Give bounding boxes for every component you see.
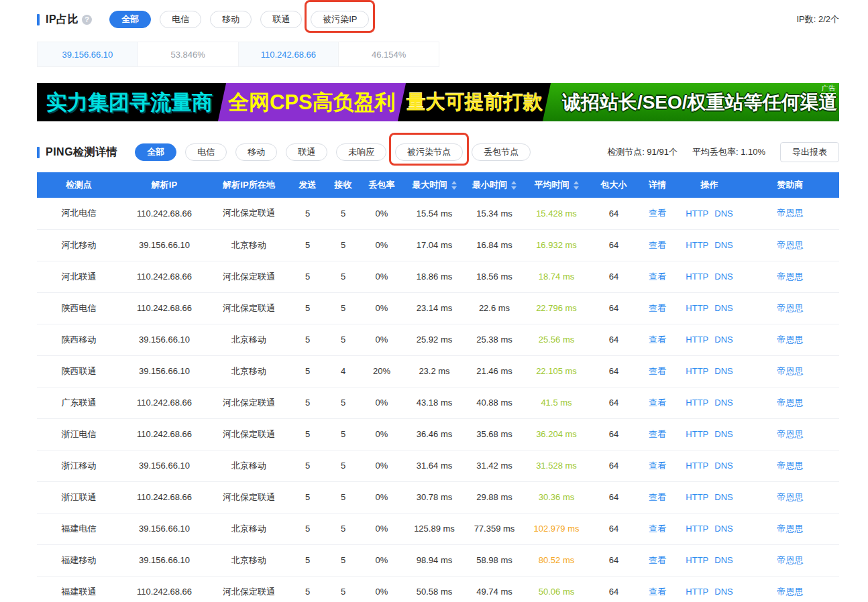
sent-cell: 5: [290, 513, 325, 544]
ip-tab-4[interactable]: 被污染IP: [311, 11, 369, 28]
http-link[interactable]: HTTP: [686, 587, 708, 597]
sponsor-link[interactable]: 帝恩思: [777, 587, 804, 597]
view-link[interactable]: 查看: [649, 303, 666, 313]
http-link[interactable]: HTTP: [686, 208, 708, 219]
ops-cell: HTTPDNS: [677, 576, 741, 602]
sort-icon[interactable]: [511, 181, 517, 190]
packet-size-cell: 64: [590, 324, 637, 355]
resolved-ip-cell: 110.242.68.66: [121, 418, 208, 450]
banner-segment-1[interactable]: 全网CPS高负盈利: [218, 83, 406, 121]
sponsor-link[interactable]: 帝恩思: [777, 366, 804, 376]
max-time-cell: 50.58 ms: [402, 576, 466, 602]
view-link[interactable]: 查看: [649, 492, 666, 502]
col-header-8[interactable]: 平均时间: [523, 172, 590, 198]
http-link[interactable]: HTTP: [686, 272, 708, 282]
table-row-11: 福建移动39.156.66.10北京移动550%98.94 ms58.98 ms…: [37, 544, 839, 576]
received-cell: 5: [325, 261, 361, 292]
view-link[interactable]: 查看: [649, 366, 666, 376]
dns-link[interactable]: DNS: [714, 492, 733, 502]
http-link[interactable]: HTTP: [686, 461, 708, 471]
view-link[interactable]: 查看: [649, 240, 666, 250]
sponsor-link[interactable]: 帝恩思: [777, 335, 804, 345]
http-link[interactable]: HTTP: [686, 429, 708, 439]
ping-tab-0[interactable]: 全部: [135, 143, 176, 161]
ip-tab-1[interactable]: 电信: [160, 11, 201, 28]
ping-tab-2[interactable]: 移动: [235, 143, 277, 161]
export-report-button[interactable]: 导出报表: [780, 142, 839, 162]
avg-time-cell: 22.796 ms: [523, 292, 590, 324]
avg-time-cell: 31.528 ms: [523, 450, 590, 481]
sponsor-link[interactable]: 帝恩思: [777, 303, 804, 313]
ip-value-0[interactable]: 39.156.66.10: [38, 42, 138, 66]
received-cell: 4: [325, 355, 361, 387]
min-time-cell: 29.88 ms: [466, 481, 523, 513]
sponsor-link[interactable]: 帝恩思: [777, 429, 804, 439]
http-link[interactable]: HTTP: [686, 303, 708, 313]
http-link[interactable]: HTTP: [686, 366, 708, 376]
sort-icon[interactable]: [451, 181, 457, 190]
ping-tab-4[interactable]: 未响应: [336, 143, 386, 161]
ip-value-1[interactable]: 110.242.68.66: [239, 42, 339, 66]
dns-link[interactable]: DNS: [714, 303, 733, 313]
http-link[interactable]: HTTP: [686, 335, 708, 345]
loss-rate-cell: 0%: [361, 576, 402, 602]
sponsor-link[interactable]: 帝恩思: [777, 398, 804, 408]
dns-link[interactable]: DNS: [714, 587, 733, 597]
ip-tab-2[interactable]: 移动: [210, 11, 252, 28]
http-link[interactable]: HTTP: [686, 524, 708, 534]
http-link[interactable]: HTTP: [686, 398, 708, 408]
view-link[interactable]: 查看: [649, 587, 666, 597]
dns-link[interactable]: DNS: [714, 272, 733, 282]
dns-link[interactable]: DNS: [714, 240, 733, 250]
http-link[interactable]: HTTP: [686, 492, 708, 502]
dns-link[interactable]: DNS: [714, 524, 733, 534]
view-link[interactable]: 查看: [649, 398, 666, 408]
sponsor-link[interactable]: 帝恩思: [777, 240, 804, 250]
view-link[interactable]: 查看: [649, 335, 666, 345]
view-link[interactable]: 查看: [649, 272, 666, 282]
node-cell: 广东联通: [37, 387, 121, 418]
sponsor-link[interactable]: 帝恩思: [777, 555, 804, 565]
sponsor-link[interactable]: 帝恩思: [777, 524, 804, 534]
http-link[interactable]: HTTP: [686, 555, 708, 565]
col-header-1: 解析IP: [121, 172, 208, 198]
ip-location-cell: 北京移动: [208, 229, 290, 261]
dns-link[interactable]: DNS: [714, 555, 733, 565]
ping-tab-1[interactable]: 电信: [185, 143, 227, 161]
ip-tab-0[interactable]: 全部: [109, 11, 151, 28]
ip-tab-3[interactable]: 联通: [260, 11, 302, 28]
sponsor-link[interactable]: 帝恩思: [777, 272, 804, 282]
ping-filter-tabs: 全部电信移动联通未响应被污染节点丢包节点: [135, 143, 531, 161]
col-header-6[interactable]: 最大时间: [402, 172, 466, 198]
ping-tab-6[interactable]: 丢包节点: [472, 143, 531, 161]
view-link[interactable]: 查看: [649, 208, 666, 218]
col-header-7[interactable]: 最小时间: [466, 172, 523, 198]
banner-segment-3[interactable]: 诚招站长/SEO/权重站等任何渠道: [543, 83, 839, 121]
ping-tab-5[interactable]: 被污染节点: [395, 143, 463, 161]
http-link[interactable]: HTTP: [686, 240, 708, 250]
ad-banner[interactable]: 广告 实力集团寻流量商全网CPS高负盈利量大可提前打款诚招站长/SEO/权重站等…: [37, 83, 839, 121]
dns-link[interactable]: DNS: [714, 366, 733, 376]
view-link[interactable]: 查看: [649, 524, 666, 534]
view-link[interactable]: 查看: [649, 461, 666, 471]
view-link[interactable]: 查看: [649, 429, 666, 439]
min-time-cell: 40.88 ms: [466, 387, 523, 418]
banner-segment-2[interactable]: 量大可提前打款: [402, 83, 547, 121]
help-icon[interactable]: ?: [82, 15, 92, 25]
sort-icon[interactable]: [574, 181, 579, 190]
dns-link[interactable]: DNS: [714, 398, 733, 408]
dns-link[interactable]: DNS: [714, 335, 733, 345]
col-header-label-11: 操作: [701, 180, 718, 190]
loss-rate-cell: 0%: [361, 324, 402, 355]
dns-link[interactable]: DNS: [714, 208, 733, 219]
max-time-cell: 31.64 ms: [402, 450, 466, 481]
sponsor-link[interactable]: 帝恩思: [777, 461, 804, 471]
ping-tab-3[interactable]: 联通: [286, 143, 327, 161]
sponsor-link[interactable]: 帝恩思: [777, 208, 804, 218]
view-link[interactable]: 查看: [649, 555, 666, 565]
dns-link[interactable]: DNS: [714, 461, 733, 471]
sponsor-link[interactable]: 帝恩思: [777, 492, 804, 502]
banner-segment-0[interactable]: 实力集团寻流量商: [37, 83, 222, 121]
ops-cell: HTTPDNS: [677, 544, 741, 576]
dns-link[interactable]: DNS: [714, 429, 733, 439]
